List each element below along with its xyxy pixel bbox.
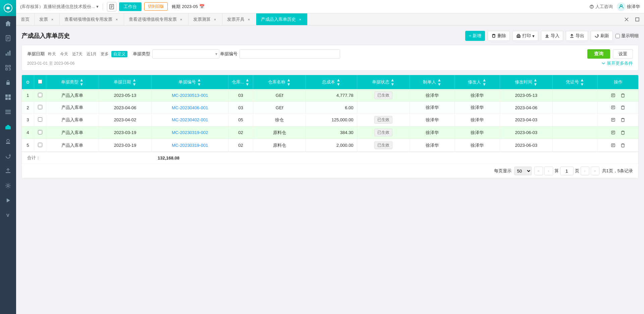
th-total-cost[interactable]: 总成本▲▼ [306, 75, 357, 89]
expand-filter-button[interactable]: 展开更多条件 [601, 60, 633, 66]
date-shortcut-yesterday[interactable]: 昨天 [47, 51, 57, 57]
row-edit-button[interactable] [610, 117, 617, 123]
workbench-button[interactable]: 工作台 [119, 2, 142, 11]
sidebar-item-grid[interactable] [0, 90, 16, 105]
tab-purchase-invoice[interactable]: 查看进项增值税专用发票 × [124, 13, 189, 25]
show-detail-checkbox[interactable] [615, 34, 620, 38]
th-settings[interactable]: ⚙ [22, 75, 34, 89]
page-last-button[interactable]: » [591, 167, 599, 175]
date-shortcut-7days[interactable]: 近7天 [71, 51, 84, 57]
tab-history[interactable]: 产成品入库单历史 × [256, 13, 308, 25]
sidebar-item-play[interactable] [0, 193, 16, 208]
select-all-checkbox[interactable] [38, 79, 42, 84]
sidebar-item-lock[interactable] [0, 75, 16, 90]
row-checkbox[interactable] [38, 105, 42, 109]
row-delete-button[interactable] [620, 129, 626, 136]
sidebar-item-settings[interactable] [0, 178, 16, 193]
page-first-button[interactable]: « [534, 167, 543, 175]
th-creator[interactable]: 制单人▲▼ [410, 75, 454, 89]
date-shortcut-more[interactable]: 更多 [99, 51, 110, 57]
sidebar-item-stamp[interactable] [0, 134, 16, 149]
date-shortcut-custom[interactable]: 自定义 [111, 51, 127, 57]
row-number-link[interactable]: MC-20230406-001 [152, 102, 228, 114]
page-next-button[interactable]: › [581, 167, 589, 175]
row-checkbox[interactable] [38, 130, 42, 134]
per-page-select[interactable]: 20 50 100 [514, 167, 532, 175]
row-creator: 徐泽华 [410, 126, 454, 139]
filter-date-range: 2023-01-01 至 2023-06-06 [27, 61, 74, 66]
row-edit-button[interactable] [610, 142, 617, 149]
tab-open-close[interactable]: × [247, 17, 251, 22]
row-delete-button[interactable] [620, 142, 626, 149]
th-date[interactable]: 单据日期▲▼ [99, 75, 151, 89]
export-button[interactable]: 导出 [566, 31, 588, 41]
th-warehouse-code[interactable]: 仓库...▲▼ [228, 75, 253, 89]
tab-sales-invoice-close[interactable]: × [114, 17, 119, 22]
tab-invoice[interactable]: 发票 × [35, 13, 60, 25]
tab-calc-close[interactable]: × [213, 17, 217, 22]
date-shortcut-1month[interactable]: 近1月 [85, 51, 98, 57]
user-menu[interactable]: 徐泽华 [617, 2, 640, 11]
tab-calc[interactable]: 发票测算 × [189, 13, 222, 25]
sidebar-item-v[interactable]: V [0, 208, 16, 223]
th-status[interactable]: 单据状态▲▼ [357, 75, 410, 89]
tab-maximize-icon[interactable] [633, 15, 641, 23]
row-delete-button[interactable] [620, 117, 626, 123]
doc-button[interactable] [107, 2, 116, 11]
tab-purchase-invoice-close[interactable]: × [179, 17, 183, 22]
refresh-button[interactable]: 刷新 [591, 31, 613, 41]
row-checkbox[interactable] [38, 93, 42, 97]
row-delete-button[interactable] [620, 104, 626, 111]
show-detail-checkbox-label[interactable]: 显示明细 [615, 33, 639, 39]
sidebar-item-scan[interactable] [0, 60, 16, 75]
sidebar-item-list[interactable] [0, 105, 16, 119]
row-checkbox[interactable] [38, 117, 42, 122]
row-number-link[interactable]: MC-20230319-002 [152, 126, 228, 139]
th-modify-time[interactable]: 修改时间▲▼ [500, 75, 552, 89]
row-checkbox[interactable] [38, 143, 42, 147]
th-warehouse-name[interactable]: 仓库名称▲▼ [253, 75, 306, 89]
th-modifier[interactable]: 修改人▲▼ [455, 75, 500, 89]
tab-history-close[interactable]: × [298, 17, 303, 22]
sidebar-item-home[interactable] [0, 16, 16, 31]
row-delete-button[interactable] [620, 92, 626, 99]
new-button[interactable]: + 新增 [465, 31, 485, 41]
switch-button[interactable]: 切到旧版 [144, 2, 168, 11]
tab-invoice-close[interactable]: × [50, 17, 55, 22]
sidebar-item-upload[interactable] [0, 164, 16, 178]
th-voucher[interactable]: 凭证号▲▼ [552, 75, 597, 89]
filter-number-input[interactable] [239, 49, 340, 59]
app-logo[interactable] [0, 0, 16, 16]
page-input[interactable] [560, 167, 574, 175]
date-shortcut-today[interactable]: 今天 [59, 51, 69, 57]
row-edit-button[interactable] [610, 129, 617, 136]
row-modifier: 徐泽华 [455, 114, 500, 126]
tab-open[interactable]: 发票开具 × [222, 13, 256, 25]
tab-minimize-icon[interactable] [623, 15, 631, 23]
topbar-right: 人工咨询 徐泽华 [589, 2, 640, 11]
query-button[interactable]: 查询 [587, 49, 610, 59]
row-number-link[interactable]: MC-20230319-001 [152, 139, 228, 152]
import-button[interactable]: 导入 [541, 31, 563, 41]
row-edit-button[interactable] [610, 104, 617, 111]
row-number-link[interactable]: MC-20230513-001 [152, 89, 228, 102]
company-selector[interactable]: (库存核算）直播轻挑通信息技术股份... ▾ [20, 4, 99, 10]
row-edit-button[interactable] [610, 92, 617, 99]
sidebar-item-refresh[interactable] [0, 149, 16, 164]
sidebar-item-chart[interactable] [0, 46, 16, 60]
th-type[interactable]: 单据类型▲▼ [46, 75, 99, 89]
tab-sales-invoice[interactable]: 查看销项增值税专用发票 × [60, 13, 124, 25]
sidebar-item-warehouse[interactable] [0, 119, 16, 134]
print-button[interactable]: 打印 ▾ [513, 31, 538, 41]
sidebar-item-docs[interactable] [0, 31, 16, 46]
th-number[interactable]: 单据编号▲▼ [152, 75, 228, 89]
filter-type-select[interactable] [152, 49, 219, 59]
tab-home[interactable]: 首页 [16, 13, 35, 25]
page-prev-button[interactable]: ‹ [544, 167, 553, 175]
settings-icon[interactable]: ⚙ [26, 80, 30, 85]
service-button[interactable]: 人工咨询 [589, 4, 613, 10]
row-number-link[interactable]: MC-20230402-001 [152, 114, 228, 126]
calendar-icon[interactable]: 📅 [199, 4, 205, 9]
set-button[interactable]: 设置 [613, 49, 633, 59]
delete-button[interactable]: 删除 [488, 31, 510, 41]
